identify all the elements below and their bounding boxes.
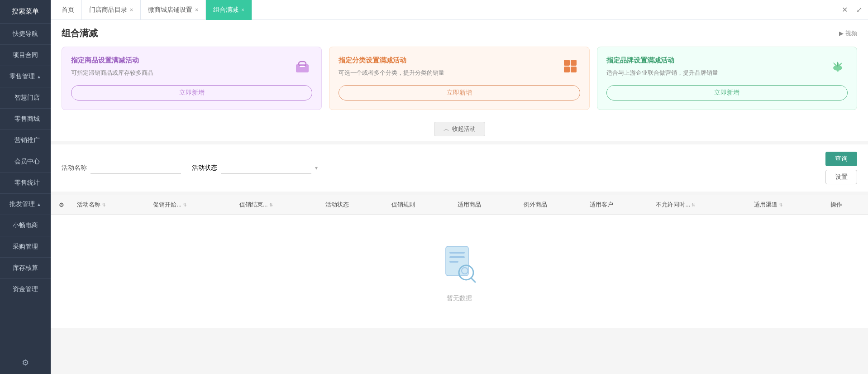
sidebar-item-smart-store[interactable]: 智慧门店 bbox=[0, 87, 51, 109]
col-name[interactable]: 活动名称 ⇅ bbox=[72, 195, 148, 215]
col-no-overlap[interactable]: 不允许同时... ⇅ bbox=[651, 195, 749, 215]
brand-card-desc: 适合与上游企业联合做营销，提升品牌销量 bbox=[606, 68, 848, 78]
chevron-up-icon: ︿ bbox=[444, 125, 449, 133]
maximize-button[interactable]: ⤢ bbox=[854, 5, 864, 15]
tab-home-label: 首页 bbox=[62, 6, 74, 14]
video-link[interactable]: ▶ 视频 bbox=[839, 29, 857, 38]
collapse-activity-button[interactable]: ︿ 收起活动 bbox=[434, 122, 485, 136]
col-name-label: 活动名称 bbox=[77, 201, 100, 209]
activity-status-field: 活动状态 进行中 已结束 未开始 ▾ bbox=[192, 163, 815, 174]
sidebar-item-retail-management[interactable]: 零售管理 ▲ bbox=[0, 66, 51, 87]
sort-icon: ⇅ bbox=[183, 202, 186, 207]
sidebar-item-label: 会员中心 bbox=[14, 158, 40, 166]
tab-wechat-store-label: 微商城店铺设置 bbox=[148, 6, 192, 14]
svg-rect-10 bbox=[449, 252, 465, 254]
col-rule: 促销规则 bbox=[387, 195, 453, 215]
sidebar-item-xiaochangec[interactable]: 小畅电商 bbox=[0, 215, 51, 236]
empty-text: 暂无数据 bbox=[447, 294, 472, 302]
col-exclude-label: 例外商品 bbox=[524, 201, 547, 208]
brand-card-add-button[interactable]: 立即新增 bbox=[606, 85, 848, 101]
sidebar-item-label: 资金管理 bbox=[13, 285, 38, 293]
cards-section: 指定商品设置满减活动 可指定滞销商品或库存较多商品 立即新增 指定分 bbox=[51, 39, 868, 117]
play-icon: ▶ bbox=[839, 30, 844, 37]
chevron-down-icon: ▾ bbox=[315, 165, 318, 171]
query-button[interactable]: 查询 bbox=[825, 152, 857, 166]
col-status: 活动状态 bbox=[321, 195, 387, 215]
col-gear[interactable]: ⚙ bbox=[51, 195, 72, 215]
col-start[interactable]: 促销开始... ⇅ bbox=[148, 195, 234, 215]
sidebar-item-quick-nav[interactable]: 快捷导航 bbox=[0, 24, 51, 45]
product-card-add-button[interactable]: 立即新增 bbox=[71, 85, 312, 101]
gear-icon: ⚙ bbox=[59, 201, 64, 208]
tab-controls: ✕ ⤢ bbox=[839, 5, 864, 15]
tab-wechat-store[interactable]: 微商城店铺设置 × bbox=[141, 0, 206, 20]
activity-name-label: 活动名称 bbox=[62, 164, 87, 172]
sidebar-item-inventory[interactable]: 库存核算 bbox=[0, 258, 51, 279]
collapse-label: 收起活动 bbox=[452, 125, 476, 133]
sidebar-item-project-contract[interactable]: 项目合同 bbox=[0, 45, 51, 66]
svg-rect-11 bbox=[449, 256, 465, 258]
expand-arrow-icon: ▲ bbox=[37, 74, 41, 79]
category-card-title: 指定分类设置满减活动 bbox=[339, 56, 580, 65]
activity-status-select[interactable]: 进行中 已结束 未开始 bbox=[221, 163, 311, 174]
svg-rect-6 bbox=[571, 67, 577, 72]
sort-icon: ⇅ bbox=[692, 202, 695, 207]
sidebar-item-finance[interactable]: 资金管理 bbox=[0, 279, 51, 300]
sidebar-item-label: 项目合同 bbox=[13, 51, 38, 59]
close-icon[interactable]: × bbox=[130, 7, 133, 13]
sidebar-item-label: 快捷导航 bbox=[13, 30, 38, 38]
sidebar-item-retail-mall[interactable]: 零售商城 bbox=[0, 109, 51, 130]
tabbar: 首页 门店商品目录 × 微商城店铺设置 × 组合满减 × ✕ ⤢ bbox=[51, 0, 868, 20]
tab-store-catalog[interactable]: 门店商品目录 × bbox=[82, 0, 141, 20]
tab-combo-discount[interactable]: 组合满减 × bbox=[206, 0, 252, 20]
sidebar-search[interactable]: 搜索菜单 bbox=[0, 0, 51, 24]
table-wrap: ⚙ 活动名称 ⇅ 促销开始... bbox=[51, 195, 868, 215]
tab-home[interactable]: 首页 bbox=[54, 0, 82, 20]
activity-status-label: 活动状态 bbox=[192, 164, 217, 172]
expand-arrow-icon: ▲ bbox=[37, 202, 41, 207]
col-end[interactable]: 促销结束... ⇅ bbox=[235, 195, 321, 215]
main-area: 首页 门店商品目录 × 微商城店铺设置 × 组合满减 × ✕ ⤢ 组合满减 ▶ … bbox=[51, 0, 868, 374]
brand-card-icon bbox=[828, 56, 848, 76]
svg-rect-8 bbox=[837, 68, 839, 72]
category-card: 指定分类设置满减活动 可选一个或者多个分类，提升分类的销量 立即新增 bbox=[329, 47, 589, 110]
activity-name-input[interactable] bbox=[91, 163, 181, 174]
sidebar-item-retail-stats[interactable]: 零售统计 bbox=[0, 173, 51, 194]
content-area: 组合满减 ▶ 视频 指定商品设置满减活动 bbox=[51, 20, 868, 374]
col-customer: 适用客户 bbox=[585, 195, 651, 215]
sidebar-item-label: 零售管理 bbox=[10, 72, 35, 81]
sidebar-item-label: 智慧门店 bbox=[14, 94, 40, 102]
col-no-overlap-label: 不允许同时... bbox=[656, 201, 690, 209]
settings-icon[interactable]: ⚙ bbox=[0, 351, 51, 374]
col-goods-label: 适用商品 bbox=[458, 201, 481, 208]
table-section: ⚙ 活动名称 ⇅ 促销开始... bbox=[51, 195, 868, 328]
col-goods: 适用商品 bbox=[453, 195, 519, 215]
svg-rect-5 bbox=[564, 67, 570, 72]
category-card-icon bbox=[560, 56, 580, 76]
settings-button[interactable]: 设置 bbox=[825, 170, 857, 184]
col-channel-label: 适用渠道 bbox=[754, 201, 777, 209]
sidebar-item-purchase[interactable]: 采购管理 bbox=[0, 236, 51, 258]
category-card-add-button[interactable]: 立即新增 bbox=[339, 85, 580, 101]
brand-card-title: 指定品牌设置满减活动 bbox=[606, 56, 848, 65]
col-rule-label: 促销规则 bbox=[391, 201, 415, 208]
sort-icon: ⇅ bbox=[269, 202, 273, 207]
video-label: 视频 bbox=[845, 29, 857, 38]
sidebar-item-label: 小畅电商 bbox=[13, 221, 38, 230]
sidebar-item-label: 采购管理 bbox=[13, 243, 38, 251]
product-card: 指定商品设置满减活动 可指定滞销商品或库存较多商品 立即新增 bbox=[62, 47, 322, 110]
empty-state: 暂无数据 bbox=[51, 215, 868, 321]
col-channel[interactable]: 适用渠道 ⇅ bbox=[749, 195, 825, 215]
sidebar-item-label: 批发管理 bbox=[10, 200, 35, 208]
sidebar: 搜索菜单 快捷导航 项目合同 零售管理 ▲ 智慧门店 零售商城 营销推广 会员中… bbox=[0, 0, 51, 374]
close-icon[interactable]: × bbox=[241, 7, 244, 13]
sidebar-item-wholesale[interactable]: 批发管理 ▲ bbox=[0, 194, 51, 215]
svg-rect-2 bbox=[300, 66, 305, 67]
close-icon[interactable]: × bbox=[195, 7, 198, 13]
sidebar-item-marketing[interactable]: 营销推广 bbox=[0, 130, 51, 151]
table-header-row: ⚙ 活动名称 ⇅ 促销开始... bbox=[51, 195, 868, 215]
brand-card: 指定品牌设置满减活动 适合与上游企业联合做营销，提升品牌销量 立即新增 bbox=[597, 47, 857, 110]
sidebar-item-member-center[interactable]: 会员中心 bbox=[0, 151, 51, 173]
empty-illustration bbox=[437, 242, 482, 287]
close-window-button[interactable]: ✕ bbox=[839, 5, 850, 15]
